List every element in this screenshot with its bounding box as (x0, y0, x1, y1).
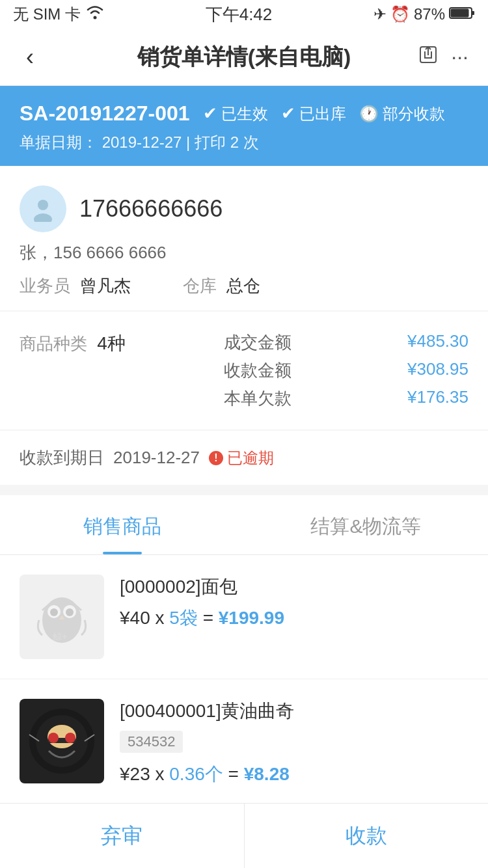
battery-icon (449, 5, 475, 23)
collect-label: 收款 (346, 822, 387, 850)
alarm-icon: ⏰ (390, 5, 410, 23)
status-left: 无 SIM 卡 (13, 4, 104, 25)
check-icon-1: ✔ (203, 103, 217, 124)
customer-id: 17666666666 (79, 195, 223, 223)
svg-point-6 (38, 200, 48, 210)
svg-point-7 (34, 213, 52, 222)
product-thumb-1: 鲸+ (20, 575, 104, 659)
reject-button[interactable]: 弃审 (0, 804, 245, 868)
warehouse-value: 总仓 (226, 276, 260, 295)
svg-point-20 (65, 733, 75, 743)
amount-stats: 成交金额 ¥485.30 收款金额 ¥308.95 本单欠款 ¥176.35 (224, 331, 468, 410)
type-value: 4种 (97, 333, 126, 353)
tab-products-label: 销售商品 (83, 515, 161, 537)
qty-2: 0.36个 (169, 764, 223, 784)
bottom-bar: 弃审 收款 (0, 803, 488, 868)
stats-section: 商品种类 4种 成交金额 ¥485.30 收款金额 ¥308.95 本单欠款 ¥… (0, 312, 488, 429)
reject-label: 弃审 (101, 822, 142, 850)
type-label: 商品种类 (20, 334, 87, 353)
warehouse-info: 仓库 总仓 (183, 275, 260, 297)
page-title: 销货单详情(来自电脑) (137, 42, 351, 72)
nav-actions: ··· (418, 45, 468, 70)
product-type-count: 商品种类 4种 (20, 331, 224, 356)
deal-label: 成交金额 (224, 331, 291, 354)
nav-bar: ‹ 销货单详情(来自电脑) ··· (0, 29, 488, 86)
print-count: 2 (230, 133, 239, 151)
clock-icon: 🕐 (359, 105, 379, 123)
svg-point-11 (50, 608, 58, 616)
deal-value: ¥485.30 (407, 331, 468, 354)
overdue-badge: ! 已逾期 (209, 448, 274, 468)
customer-meta: 业务员 曾凡杰 仓库 总仓 (20, 275, 468, 297)
tab-products[interactable]: 销售商品 (0, 495, 244, 554)
due-date: 2019-12-27 (113, 448, 200, 468)
product-name-2: [000400001]黄油曲奇 (120, 699, 468, 724)
badge-shipped-label: 已出库 (299, 103, 346, 124)
product-price-1: ¥40 x 5袋 = ¥199.99 (120, 606, 468, 631)
product-list: 鲸+ [0000002]面包 ¥40 x 5袋 = ¥199.99 (0, 555, 488, 807)
deal-row: 成交金额 ¥485.30 (224, 331, 468, 354)
product-thumb-inner-1: 鲸+ (20, 575, 104, 659)
product-sku-2: 534532 (120, 731, 183, 753)
share-icon[interactable] (418, 45, 438, 70)
tab-settlement[interactable]: 结算&物流等 (244, 495, 488, 554)
order-header: SA-20191227-001 ✔ 已生效 ✔ 已出库 🕐 部分收款 单据日期：… (0, 86, 488, 166)
due-section: 收款到期日 2019-12-27 ! 已逾期 (0, 431, 488, 485)
svg-point-19 (48, 733, 59, 743)
avatar (20, 185, 66, 232)
product-info-1: [0000002]面包 ¥40 x 5袋 = ¥199.99 (120, 575, 468, 631)
overdue-dot-icon: ! (209, 451, 223, 465)
sales-value: 曾凡杰 (80, 276, 131, 295)
product-item-1: 鲸+ [0000002]面包 ¥40 x 5袋 = ¥199.99 (0, 555, 488, 679)
debt-row: 本单欠款 ¥176.35 (224, 387, 468, 410)
debt-value: ¥176.35 (407, 387, 468, 410)
tabs-section: 销售商品 结算&物流等 (0, 495, 488, 555)
sales-label: 业务员 (20, 276, 70, 295)
total-2: ¥8.28 (244, 764, 290, 784)
check-icon-2: ✔ (281, 103, 295, 124)
location-icon: ✈ (373, 5, 386, 23)
customer-top: 17666666666 (20, 185, 468, 232)
print-suffix: 次 (243, 133, 259, 151)
receipt-row: 收款金额 ¥308.95 (224, 359, 468, 382)
total-1: ¥199.99 (219, 608, 284, 628)
customer-sub-info: 张，156 6666 6666 (20, 241, 468, 264)
status-right: ✈ ⏰ 87% (373, 5, 475, 23)
wifi-icon (86, 5, 104, 23)
badge-partial-label: 部分收款 (383, 103, 445, 124)
svg-rect-3 (450, 9, 468, 18)
collect-button[interactable]: 收款 (245, 804, 489, 868)
header-date-row: 单据日期： 2019-12-27 | 打印 2 次 (20, 132, 468, 153)
tabs-row: 销售商品 结算&物流等 (0, 495, 488, 554)
battery-label: 87% (414, 5, 445, 23)
product-thumb-inner-2 (20, 699, 104, 783)
header-row1: SA-20191227-001 ✔ 已生效 ✔ 已出库 🕐 部分收款 (20, 102, 468, 126)
price-1: ¥40 (120, 608, 150, 628)
svg-point-12 (66, 608, 74, 616)
badge-shipped: ✔ 已出库 (281, 103, 346, 124)
due-label: 收款到期日 (20, 446, 104, 469)
receipt-value: ¥308.95 (407, 359, 468, 382)
order-number: SA-20191227-001 (20, 102, 190, 126)
tab-settlement-label: 结算&物流等 (310, 515, 421, 537)
product-item-2: [000400001]黄油曲奇 534532 ¥23 x 0.36个 = ¥8.… (0, 679, 488, 807)
status-bar: 无 SIM 卡 下午4:42 ✈ ⏰ 87% (0, 0, 488, 29)
customer-section: 17666666666 张，156 6666 6666 业务员 曾凡杰 仓库 总… (0, 166, 488, 310)
price-2: ¥23 (120, 764, 150, 784)
svg-text:鲸+: 鲸+ (53, 631, 67, 642)
print-label: | 打印 (186, 133, 226, 151)
status-time: 下午4:42 (206, 3, 273, 26)
no-sim-label: 无 SIM 卡 (13, 4, 81, 25)
date-value: 2019-12-27 (102, 133, 182, 151)
sales-info: 业务员 曾凡杰 (20, 275, 131, 297)
product-name-1: [0000002]面包 (120, 575, 468, 599)
badge-effective: ✔ 已生效 (203, 103, 268, 124)
product-thumb-2 (20, 699, 104, 783)
warehouse-label: 仓库 (183, 276, 217, 295)
receipt-label: 收款金额 (224, 359, 291, 382)
back-button[interactable]: ‹ (20, 37, 40, 77)
badge-effective-label: 已生效 (221, 103, 268, 124)
product-price-2: ¥23 x 0.36个 = ¥8.28 (120, 762, 468, 787)
more-icon[interactable]: ··· (451, 45, 468, 69)
debt-label: 本单欠款 (224, 387, 291, 410)
